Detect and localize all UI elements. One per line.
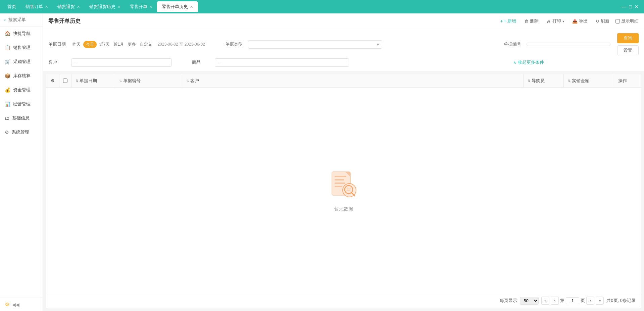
date-btn-custom[interactable]: 自定义 [139, 41, 153, 48]
show-detail-check[interactable] [615, 19, 620, 23]
query-button[interactable]: 查询 [617, 33, 639, 43]
sidebar-item-finance-label: 资金管理 [13, 87, 31, 93]
tab-bar: 首页 销售订单 ✕ 销货退货 ✕ 销货退货历史 ✕ 零售开单 ✕ 零售开单历史 … [0, 0, 644, 13]
sidebar-item-sales-mgmt[interactable]: 📋 销售管理 [0, 41, 43, 55]
add-icon: ＋ [499, 18, 504, 24]
filter-date-range: 2023-06-02 至 2023-06-02 [157, 42, 205, 47]
purchase-mgmt-icon: 🛒 [5, 59, 10, 64]
sidebar-item-quick-nav[interactable]: 🏠 快捷导航 [0, 27, 43, 41]
sys-mgmt-icon: ⚙ [5, 129, 9, 135]
tab-sales-order[interactable]: 销售订单 ✕ [21, 1, 53, 12]
show-detail-checkbox[interactable]: 显示明细 [615, 18, 639, 24]
page-size-select[interactable]: 50 10 20 100 [520, 297, 539, 305]
th-date[interactable]: ⇅ 单据日期 [71, 74, 115, 87]
export-label: 导出 [579, 18, 588, 24]
sales-mgmt-icon: 📋 [5, 45, 10, 50]
export-button[interactable]: 📤 导出 [570, 17, 590, 25]
date-btn-1month[interactable]: 近1月 [112, 41, 126, 48]
tab-retail-history[interactable]: 零售开单历史 ✕ [157, 1, 198, 12]
window-close[interactable]: ✕ [635, 4, 639, 9]
show-detail-label: 显示明细 [621, 18, 639, 24]
table-container: ⚙ ⇅ 单据日期 ⇅ 单据编号 ⇅ 客户 ⇅ [46, 74, 641, 308]
sort-amount-icon: ⇅ [568, 79, 571, 83]
tab-sales-return-history[interactable]: 销货退货历史 ✕ [85, 1, 125, 12]
table-header: ⚙ ⇅ 单据日期 ⇅ 单据编号 ⇅ 客户 ⇅ [46, 74, 641, 88]
th-settings[interactable]: ⚙ [46, 74, 59, 87]
add-label: + 新增 [504, 18, 516, 24]
sort-date-icon: ⇅ [76, 79, 78, 83]
tab-sales-order-close[interactable]: ✕ [45, 5, 48, 9]
sidebar-item-finance[interactable]: 💰 资金管理 [0, 83, 43, 97]
date-btn-yesterday[interactable]: 昨天 [71, 41, 82, 48]
sidebar-item-purchase-mgmt[interactable]: 🛒 采购管理 [0, 55, 43, 69]
add-button[interactable]: ＋ + 新增 [497, 17, 518, 25]
sidebar-item-sys-mgmt[interactable]: ⚙ 系统管理 [0, 125, 43, 139]
tab-retail-open[interactable]: 零售开单 ✕ [125, 1, 157, 12]
date-btn-7days[interactable]: 近7天 [98, 41, 111, 48]
th-guide-label: 导购员 [532, 78, 545, 84]
th-sn-label: 单据编号 [123, 78, 141, 84]
settings-icon[interactable]: ⚙ [5, 301, 9, 308]
quick-nav-icon: 🏠 [5, 31, 10, 36]
tab-retail-history-close[interactable]: ✕ [190, 5, 193, 9]
goods-input[interactable]: ··· [215, 58, 349, 67]
operations-icon: 📊 [5, 101, 10, 107]
refresh-label: 刷新 [601, 18, 609, 24]
window-maximize[interactable]: □ [629, 4, 632, 9]
window-controls: — □ ✕ [622, 4, 641, 9]
th-guide[interactable]: ⇅ 导购员 [524, 74, 564, 87]
column-settings-icon[interactable]: ⚙ [51, 78, 55, 83]
page-header: 零售开单历史 ＋ + 新增 🗑 删除 🖨 打印 ▾ 📤 导出 [43, 13, 644, 29]
pagination: 每页显示 50 10 20 100 « ‹ 第 页 › » 共0页, 0条记录 [46, 293, 641, 308]
th-checkbox[interactable] [59, 74, 71, 87]
sidebar-search[interactable]: ⌕ 搜索采单 [0, 13, 43, 27]
print-button[interactable]: 🖨 打印 ▾ [545, 17, 566, 25]
th-amount-label: 实销金额 [572, 78, 589, 84]
select-all-checkbox[interactable] [63, 79, 67, 83]
sort-guide-icon: ⇅ [528, 79, 530, 83]
tab-sales-return-history-close[interactable]: ✕ [117, 5, 120, 9]
collapse-sidebar-icon[interactable]: ◀◀ [12, 302, 19, 307]
th-customer[interactable]: ⇅ 客户 [182, 74, 524, 87]
doc-type-select[interactable]: ▾ [248, 40, 382, 49]
delete-button[interactable]: 🗑 删除 [522, 17, 541, 25]
page-number-input[interactable] [566, 297, 579, 304]
th-sn[interactable]: ⇅ 单据编号 [115, 74, 182, 87]
delete-label: 删除 [530, 18, 539, 24]
tab-sales-return-close[interactable]: ✕ [77, 5, 80, 9]
tab-retail-open-close[interactable]: ✕ [149, 5, 152, 9]
sidebar-item-inventory[interactable]: 📦 库存核算 [0, 69, 43, 83]
tab-home[interactable]: 首页 [3, 1, 21, 12]
page-suffix: 页 [581, 298, 585, 304]
print-icon: 🖨 [547, 19, 551, 24]
page-prev-btn[interactable]: ‹ [551, 297, 559, 305]
filter-settings-button[interactable]: 设置 [617, 45, 639, 55]
customer-input[interactable]: ··· [71, 58, 172, 67]
doc-sn-input[interactable] [527, 43, 610, 46]
date-btn-more[interactable]: 更多 [127, 41, 137, 48]
refresh-button[interactable]: ↻ 刷新 [594, 17, 611, 25]
page-first-btn[interactable]: « [541, 297, 549, 305]
page-size-label: 每页显示 [500, 298, 517, 304]
total-info: 共0页, 0条记录 [606, 298, 636, 304]
date-btn-today[interactable]: 今天 [83, 41, 97, 48]
page-next-btn[interactable]: › [586, 297, 594, 305]
sidebar-search-label: 搜索采单 [8, 17, 26, 23]
sidebar-item-quick-nav-label: 快捷导航 [13, 31, 31, 37]
sidebar-item-base-info[interactable]: 🗂 基础信息 [0, 111, 43, 125]
page-last-btn[interactable]: » [596, 297, 604, 305]
toolbar: ＋ + 新增 🗑 删除 🖨 打印 ▾ 📤 导出 ↻ [497, 17, 639, 25]
svg-rect-1 [335, 176, 346, 177]
sidebar-item-base-info-label: 基础信息 [12, 115, 30, 121]
sidebar-item-operations[interactable]: 📊 经营管理 [0, 97, 43, 111]
sidebar-item-operations-label: 经营管理 [13, 101, 31, 107]
th-op: 操作 [614, 74, 641, 87]
customer-placeholder: ··· [74, 60, 78, 65]
th-amount[interactable]: ⇅ 实销金额 [564, 74, 614, 87]
th-date-label: 单据日期 [80, 78, 97, 84]
window-minimize[interactable]: — [622, 4, 627, 9]
tab-sales-return[interactable]: 销货退货 ✕ [53, 1, 85, 12]
sort-customer-icon: ⇅ [186, 79, 189, 83]
tab-retail-history-label: 零售开单历史 [162, 4, 188, 10]
collapse-more-btn[interactable]: ∧ 收起更多条件 [512, 58, 545, 67]
